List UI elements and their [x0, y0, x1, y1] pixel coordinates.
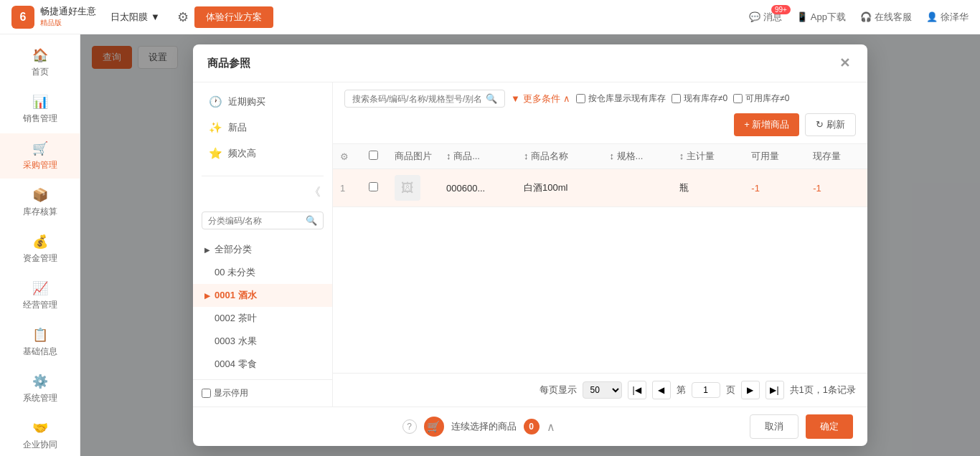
product-search-input[interactable] [352, 94, 481, 104]
prev-page-button[interactable]: ◀ [652, 381, 671, 399]
sidebar-item-finance[interactable]: 💰 资金管理 [0, 227, 80, 272]
sidebar-item-sales[interactable]: 📊 销售管理 [0, 87, 80, 132]
td-code: 000600... [439, 169, 517, 207]
sidebar-item-inventory[interactable]: 📦 库存核算 [0, 180, 80, 225]
sidebar-label-basic: 基础信息 [23, 346, 57, 358]
sidebar-label-system: 系统管理 [23, 392, 57, 404]
table-header-row: ⚙ 商品图片 ↕ [333, 144, 867, 169]
th-stock: 现存量 [806, 144, 867, 169]
cart-symbol: 🛒 [427, 420, 440, 433]
quick-new[interactable]: ✨ 新品 [202, 117, 324, 138]
th-settings: ⚙ [333, 144, 362, 169]
product-table-wrap: ⚙ 商品图片 ↕ [333, 144, 867, 373]
td-available: -1 [744, 169, 806, 207]
cat-fruit[interactable]: 0003 水果 [193, 330, 332, 353]
show-disabled-label[interactable]: 显示停用 [202, 387, 324, 399]
sidebar-label-purchase: 采购管理 [23, 159, 57, 171]
product-search-box[interactable]: 🔍 [344, 90, 505, 108]
cat-tea[interactable]: 0002 茶叶 [193, 307, 332, 330]
collapse-up-icon[interactable]: ∧ [547, 420, 555, 434]
operation-icon: 📈 [32, 280, 48, 296]
page-suffix: 页 [726, 384, 735, 396]
stock-nonzero-text: 现有库存≠0 [684, 92, 727, 105]
logo-line2: 精品版 [40, 18, 96, 28]
cat-snack[interactable]: 0004 零食 [193, 353, 332, 376]
nav-right: 💬 消息 99+ 📱 App下载 🎧 在线客服 👤 徐泽华 [749, 11, 969, 24]
stock-nonzero-label[interactable]: 现有库存≠0 [672, 92, 727, 105]
td-stock: -1 [806, 169, 867, 207]
filter-button[interactable]: ▼ 更多条件 ∧ [511, 92, 570, 105]
notification-item[interactable]: 💬 消息 99+ [749, 11, 782, 24]
sidebar-item-collab[interactable]: 🤝 企业协同 [0, 413, 80, 456]
app-download-item[interactable]: 📱 App下载 [796, 11, 846, 24]
stock-nonzero-checkbox[interactable] [672, 94, 681, 103]
modal-right-panel: 🔍 ▼ 更多条件 ∧ 按仓库显示现有库存 [333, 82, 867, 407]
sort-icon-name: ↕ [524, 151, 529, 161]
user-item[interactable]: 👤 徐泽华 [926, 11, 969, 24]
footer-mid: ? 🛒 连续选择的商品 0 ∧ [402, 417, 555, 437]
home-icon: 🏠 [32, 47, 48, 63]
select-all-checkbox[interactable] [369, 151, 378, 160]
sidebar-item-system[interactable]: ⚙️ 系统管理 [0, 366, 80, 412]
store-selector[interactable]: 日太阳膜 ▼ [110, 11, 160, 24]
basic-icon: 📋 [32, 327, 48, 343]
per-page-select[interactable]: 50 10 20 100 [583, 381, 622, 399]
sidebar-item-basic[interactable]: 📋 基础信息 [0, 320, 80, 365]
online-service-item[interactable]: 🎧 在线客服 [860, 11, 912, 24]
logo-text: 畅捷通好生意 精品版 [40, 6, 96, 28]
chevron-down-icon: ▼ [151, 11, 160, 22]
system-icon: ⚙️ [32, 374, 48, 389]
available-nonzero-checkbox[interactable] [733, 94, 743, 103]
th-image: 商品图片 [387, 144, 439, 169]
quick-frequent[interactable]: ⭐ 频次高 [202, 143, 324, 164]
category-search-box[interactable]: 🔍 [202, 212, 324, 229]
first-page-button[interactable]: |◀ [628, 381, 646, 399]
td-image: 🖼 [387, 169, 439, 207]
sidebar-label-collab: 企业协同 [23, 439, 57, 451]
search-icon: 🔍 [486, 93, 497, 104]
add-product-button[interactable]: + 新增商品 [734, 113, 799, 136]
settings-icon[interactable]: ⚙ [177, 9, 189, 25]
cat-liquor-label: 0001 酒水 [215, 289, 257, 302]
table-row[interactable]: 1 🖼 [333, 169, 867, 207]
cancel-button[interactable]: 取消 [750, 414, 798, 439]
collapse-button[interactable]: 《 [303, 182, 326, 203]
cat-uncategorized[interactable]: 00 未分类 [193, 261, 332, 284]
top-nav: 6 畅捷通好生意 精品版 日太阳膜 ▼ ⚙ 体验行业方案 💬 消息 99+ 📱 … [0, 0, 980, 34]
collapse-icon: ∧ [563, 93, 570, 104]
page-input[interactable] [692, 382, 720, 398]
total-info: 共1页，1条记录 [790, 384, 856, 396]
refresh-button[interactable]: ↻ 刷新 [805, 113, 856, 136]
modal-footer: ? 🛒 连续选择的商品 0 ∧ 取消 确定 [193, 407, 867, 446]
row-checkbox[interactable] [369, 182, 378, 191]
headset-icon: 🎧 [860, 11, 872, 22]
experience-button[interactable]: 体验行业方案 [194, 6, 273, 28]
online-service-label: 在线客服 [875, 11, 912, 24]
continuous-label: 连续选择的商品 [451, 420, 517, 433]
modal-close-button[interactable]: ✕ [836, 54, 853, 72]
next-page-button[interactable]: ▶ [741, 381, 760, 399]
category-search-icon: 🔍 [306, 215, 317, 226]
category-search-input[interactable] [208, 216, 301, 226]
sidebar-item-home[interactable]: 🏠 首页 [0, 40, 80, 85]
cat-all[interactable]: ▶ 全部分类 [193, 238, 332, 261]
warehouse-display-label[interactable]: 按仓库显示现有库存 [576, 92, 666, 105]
show-disabled-text: 显示停用 [214, 387, 248, 399]
show-disabled-checkbox[interactable] [202, 389, 211, 398]
th-checkbox [362, 144, 387, 169]
last-page-button[interactable]: ▶| [765, 381, 784, 399]
warehouse-display-checkbox[interactable] [576, 94, 585, 103]
confirm-button[interactable]: 确定 [806, 414, 853, 439]
sort-icon: ↕ [446, 151, 451, 161]
sidebar-item-purchase[interactable]: 🛒 采购管理 [0, 133, 80, 179]
cat-liquor[interactable]: ▶ 0001 酒水 [193, 284, 332, 307]
quick-recent[interactable]: 🕐 近期购买 [202, 91, 324, 113]
cat-uncategorized-label: 00 未分类 [204, 266, 255, 279]
available-nonzero-label[interactable]: 可用库存≠0 [733, 92, 789, 105]
filter-text: 更多条件 [523, 92, 560, 105]
sidebar-item-operation[interactable]: 📈 经营管理 [0, 273, 80, 318]
td-checkbox[interactable] [362, 169, 387, 207]
help-icon[interactable]: ? [402, 419, 417, 434]
new-icon: ✨ [209, 121, 222, 134]
sort-icon-unit: ↕ [679, 151, 684, 161]
